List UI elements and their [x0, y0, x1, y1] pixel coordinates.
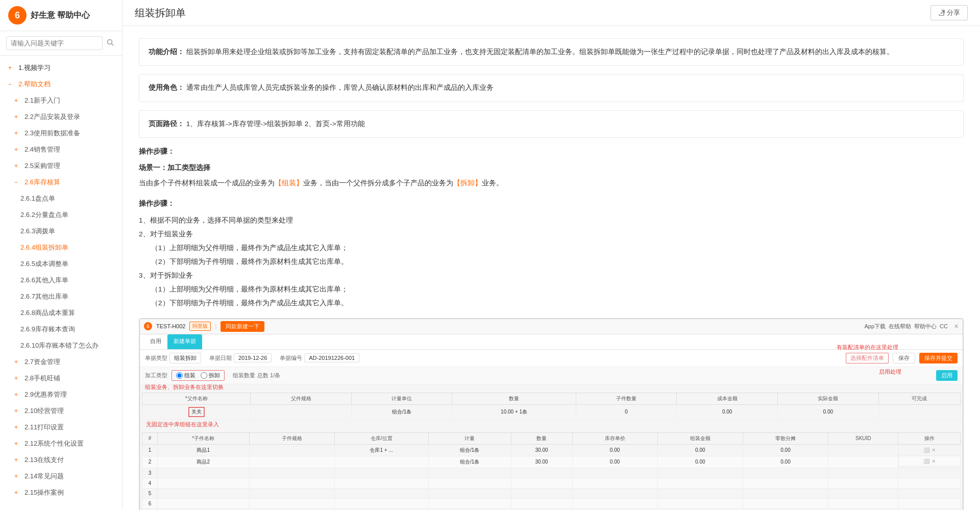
- sidebar-item-2-10-label: 2.10经营管理: [24, 406, 64, 416]
- save-submit-btn[interactable]: 保存并提交: [919, 353, 958, 363]
- sidebar-item-2-6-5-label: 2.6.5成本调整单: [20, 259, 68, 269]
- lower-td-wh-2: [334, 456, 428, 468]
- lower-table: # *子件名称 子件规格 仓库/位置 计量 数量 库存单价 组装金额 零散分摊 …: [142, 432, 961, 510]
- copy-icon-2[interactable]: ⬜: [923, 458, 929, 464]
- upper-td-name-1: 关关: [142, 404, 251, 419]
- sidebar-item-2-6-7-label: 2.6.7其他出库单: [20, 292, 68, 301]
- sidebar-item-2-7[interactable]: + 2.7资金管理: [0, 354, 122, 370]
- sidebar-item-2-9[interactable]: + 2.9优惠券管理: [0, 386, 122, 403]
- lower-td-qty-1: 30.00: [511, 444, 572, 456]
- sidebar-item-2-6[interactable]: − 2.6库存核算: [0, 174, 122, 190]
- step-1: 1、根据不同的业务，选择不同单据的类型来处理: [139, 213, 964, 227]
- radio-assembly[interactable]: 组装: [176, 372, 195, 379]
- lower-th-unit: 计量: [428, 432, 511, 444]
- sidebar-item-2-6-5[interactable]: 2.6.5成本调整单: [0, 256, 122, 272]
- nav-tree: + 1.视频学习 − 2.帮助文档 + 2.1新手入门 + 2.2产品安装及登录…: [0, 56, 122, 510]
- parent-name-cell[interactable]: 关关: [188, 407, 205, 417]
- app-new-btn[interactable]: 同款新建一下: [220, 321, 264, 332]
- lower-td-no-2: 2: [142, 456, 158, 468]
- process-type-radio-group: 组装 拆卸: [172, 370, 225, 381]
- search-button[interactable]: [105, 38, 116, 48]
- lower-th-name: *子件名称: [158, 432, 250, 444]
- search-input[interactable]: [6, 36, 103, 50]
- billno-value: AD-20191226-001: [304, 353, 359, 362]
- select-parts-list-btn[interactable]: 选择配件清单: [846, 353, 889, 363]
- sidebar-item-2-8[interactable]: + 2.8手机旺铺: [0, 370, 122, 386]
- delete-icon-1[interactable]: ✕: [932, 447, 936, 453]
- sidebar-item-2-1[interactable]: + 2.1新手入门: [0, 92, 122, 109]
- sidebar-item-2-3-label: 2.3使用前数据准备: [24, 129, 80, 138]
- svg-line-1: [112, 44, 114, 46]
- sidebar-item-2-13[interactable]: + 2.13在线支付: [0, 452, 122, 468]
- share-button[interactable]: 分享: [930, 5, 968, 20]
- sidebar-item-2-6-10[interactable]: 2.6.10库存账本错了怎么办: [0, 337, 122, 354]
- radio-disassembly-input[interactable]: [201, 372, 207, 379]
- sidebar-item-2-11[interactable]: + 2.11打印设置: [0, 419, 122, 435]
- lower-table-section: # *子件名称 子件规格 仓库/位置 计量 数量 库存单价 组装金额 零散分摊 …: [140, 432, 963, 510]
- step-3: 3、对于拆卸业务: [139, 269, 964, 282]
- nav-tab-ziyu[interactable]: 自用: [144, 334, 167, 349]
- upper-th-sub-qty: 子件数量: [576, 393, 677, 404]
- sidebar-item-1[interactable]: + 1.视频学习: [0, 60, 122, 76]
- app-download[interactable]: App下载: [865, 323, 886, 330]
- billno-label: 单据编号: [280, 354, 302, 362]
- sidebar-item-2-6-3[interactable]: 2.6.3调拨单: [0, 223, 122, 239]
- sidebar-item-2-5-label: 2.5采购管理: [24, 161, 60, 171]
- sidebar-item-2-10[interactable]: + 2.10经营管理: [0, 403, 122, 419]
- delete-icon-2[interactable]: ✕: [932, 458, 936, 464]
- sidebar-item-2-12-label: 2.12系统个性化设置: [24, 439, 84, 448]
- radio-assembly-input[interactable]: [176, 372, 183, 379]
- sidebar-item-2-3[interactable]: + 2.3使用前数据准备: [0, 125, 122, 141]
- sidebar-item-2-14[interactable]: + 2.14常见问题: [0, 468, 122, 484]
- lower-table-row-6: 6: [142, 498, 961, 508]
- op-steps-label: 操作步骤：: [139, 147, 964, 156]
- content-area: 功能介绍： 组装拆卸单用来处理企业组装或拆卸等加工业务，支持有固定装配清单的产品…: [122, 26, 980, 510]
- nav-tab-new[interactable]: 新建单据: [167, 334, 202, 349]
- app-help-online[interactable]: 在线帮助: [889, 323, 911, 330]
- expand-icon-2-3: +: [14, 130, 21, 137]
- main-area: 组装拆卸单 分享 功能介绍： 组装拆卸单用来处理企业组装或拆卸等加工业务，支持有…: [122, 0, 980, 510]
- lower-td-sku-1: [828, 444, 898, 456]
- sidebar-item-2-6-2[interactable]: 2.6.2分量盘点单: [0, 207, 122, 223]
- upper-table-row-1: 关关 组合/1条 10.00 + 1条 0 0.00 0.00: [142, 404, 961, 419]
- sidebar-item-2-2[interactable]: + 2.2产品安装及登录: [0, 109, 122, 125]
- sidebar-item-2-6-label: 2.6库存核算: [24, 178, 60, 187]
- sidebar-item-2-4[interactable]: + 2.4销售管理: [0, 141, 122, 158]
- sidebar-item-2-8-label: 2.8手机旺铺: [24, 374, 60, 383]
- enable-btn[interactable]: 启用: [936, 370, 958, 381]
- copy-icon-1[interactable]: ⬜: [923, 447, 929, 453]
- upper-table: *父件名称 父件规格 计量单位 数量 子件数量 成本金额 实际金额 可完成: [142, 393, 961, 420]
- qty-label: 组装数量: [233, 372, 255, 379]
- sidebar-item-2-12[interactable]: + 2.12系统个性化设置: [0, 435, 122, 452]
- upper-th-complete: 可完成: [878, 393, 960, 404]
- app-close-icon[interactable]: ✕: [954, 323, 959, 330]
- sidebar-item-2-1-label: 2.1新手入门: [24, 96, 60, 105]
- lower-table-row-3: 3: [142, 468, 961, 478]
- sidebar-item-2-6-9[interactable]: 2.6.9库存账本查询: [0, 321, 122, 337]
- lower-table-row-4: 4: [142, 478, 961, 488]
- sidebar-item-2-5[interactable]: + 2.5采购管理: [0, 158, 122, 174]
- sidebar-item-2-6-7[interactable]: 2.6.7其他出库单: [0, 288, 122, 305]
- lower-td-unit-1: 组合/1条: [428, 444, 511, 456]
- save-btn[interactable]: 保存: [893, 353, 915, 363]
- sidebar-item-2[interactable]: − 2.帮助文档: [0, 76, 122, 92]
- lower-th-price: 库存单价: [572, 432, 657, 444]
- sidebar-item-2-6-6[interactable]: 2.6.6其他入库单: [0, 272, 122, 288]
- processing-row: 加工类型 组装 拆卸 组装数量 总数 1/条: [140, 367, 963, 384]
- sidebar-item-2-6-1[interactable]: 2.6.1盘点单: [0, 190, 122, 207]
- step-3-2: （2）下部明细为子件明细，最终作为产成品生成其它入库单。: [139, 296, 964, 310]
- sidebar-item-2-6-4[interactable]: 2.6.4组装拆卸单: [0, 239, 122, 256]
- sidebar-item-2-14-label: 2.14常见问题: [24, 472, 64, 481]
- sidebar-item-2-6-8[interactable]: 2.6.8商品成本重算: [0, 305, 122, 321]
- app-cc[interactable]: CC: [940, 323, 948, 329]
- sidebar-item-2-6-2-label: 2.6.2分量盘点单: [20, 210, 68, 220]
- lower-td-share-1: 0.00: [743, 444, 828, 456]
- upper-td-complete-1: [878, 404, 960, 419]
- radio-disassembly[interactable]: 拆卸: [201, 372, 220, 379]
- sidebar-item-2-15-label: 2.15操作案例: [24, 488, 64, 497]
- app-help-center[interactable]: 帮助中心: [914, 323, 937, 330]
- sidebar-item-2-15[interactable]: + 2.15操作案例: [0, 484, 122, 501]
- app-id: TEST-H002: [156, 323, 185, 329]
- search-box: [0, 31, 122, 56]
- app-toolbar: 单据类型 组装拆卸 单据日期 2019-12-26 单据编号 AD-201912…: [140, 350, 963, 367]
